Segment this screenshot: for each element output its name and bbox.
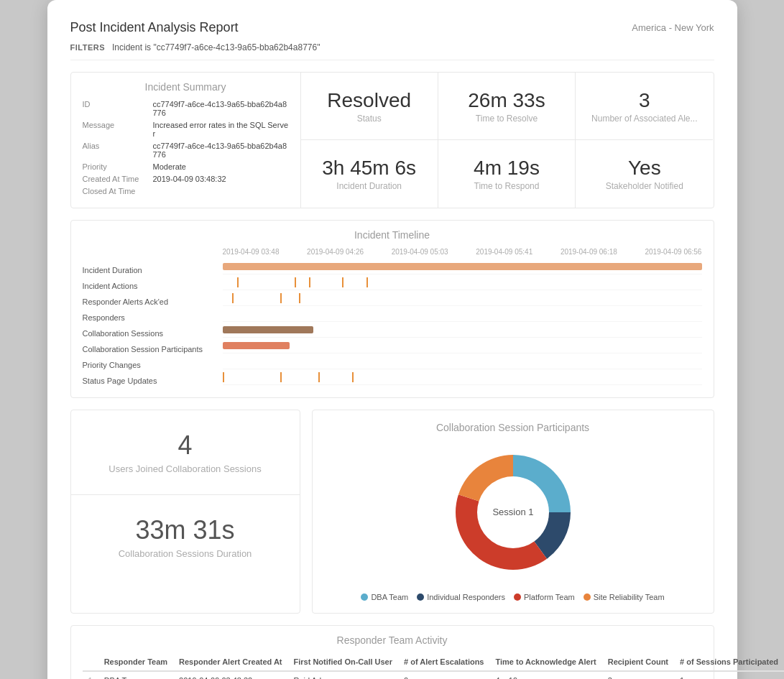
timeline-tick bbox=[299, 293, 300, 303]
legend-dot bbox=[514, 593, 521, 601]
summary-label: Priority bbox=[83, 162, 147, 171]
summary-row: MessageIncreased error rates in the SQL … bbox=[83, 121, 289, 138]
donut-title: Collaboration Session Participants bbox=[324, 422, 702, 433]
summary-value: Increased error rates in the SQL Server bbox=[153, 121, 289, 138]
timeline-chart: 2019-04-09 03:482019-04-09 04:262019-04-… bbox=[223, 248, 702, 389]
legend-label: DBA Team bbox=[371, 593, 408, 601]
stat-cell: ResolvedStatus bbox=[301, 73, 438, 140]
stats-grid: ResolvedStatus26m 33sTime to Resolve3Num… bbox=[301, 73, 714, 208]
stat-value: 3 bbox=[639, 89, 650, 112]
table-col-num bbox=[83, 653, 98, 671]
timeline-tick bbox=[342, 277, 343, 287]
timeline-tick bbox=[280, 372, 282, 382]
report-container: Post Incident Analysis Report America - … bbox=[47, 0, 737, 679]
collab-stat-value: 4 bbox=[83, 430, 288, 461]
created-cell: 2019-04-09 03:48:32 bbox=[173, 671, 287, 679]
legend-dot bbox=[417, 593, 424, 601]
timeline-row bbox=[223, 369, 702, 385]
legend-item: Site Reliability Team bbox=[584, 593, 665, 601]
timeline-axis-label: 2019-04-09 05:41 bbox=[476, 248, 532, 256]
report-title: Post Incident Analysis Report bbox=[70, 20, 239, 35]
timeline-row bbox=[223, 259, 702, 274]
row-num: 1 bbox=[83, 671, 98, 679]
collab-stats: 4Users Joined Collaboration Sessions33m … bbox=[70, 410, 300, 614]
summary-row: Created At Time2019-04-09 03:48:32 bbox=[83, 175, 289, 183]
timeline-title: Incident Timeline bbox=[83, 229, 702, 241]
timeline-bar bbox=[223, 342, 290, 349]
stat-cell: YesStakeholder Notified bbox=[576, 140, 713, 208]
stat-value: 4m 19s bbox=[474, 157, 540, 180]
table-row: 1 DBA Team 2019-04-09 03:48:32 Reid Adam… bbox=[83, 671, 784, 679]
report-timezone: America - New York bbox=[632, 22, 714, 33]
timeline-axis: 2019-04-09 03:482019-04-09 04:262019-04-… bbox=[223, 248, 702, 256]
filters-label: FILTERS bbox=[70, 43, 106, 52]
recipients-cell: 3 bbox=[602, 671, 674, 679]
timeline-row-label: Incident Actions bbox=[83, 278, 223, 294]
legend-item: DBA Team bbox=[361, 593, 408, 601]
timeline-tick bbox=[232, 293, 234, 303]
timeline-labels: Incident DurationIncident ActionsRespond… bbox=[83, 248, 223, 389]
stat-cell: 3h 45m 6sIncident Duration bbox=[301, 140, 438, 208]
summary-row: Closed At Time bbox=[83, 187, 289, 195]
incident-summary-heading: Incident Summary bbox=[83, 81, 289, 93]
stat-label: Status bbox=[357, 114, 382, 124]
summary-label: Created At Time bbox=[83, 175, 147, 183]
donut-section: Collaboration Session Participants Sessi… bbox=[312, 410, 714, 614]
timeline-tick bbox=[237, 277, 239, 287]
timeline-row-label: Incident Duration bbox=[83, 262, 223, 278]
stat-cell: 4m 19sTime to Respond bbox=[438, 140, 576, 208]
stat-value: 3h 45m 6s bbox=[322, 157, 416, 180]
timeline-tick bbox=[223, 372, 224, 382]
stat-cell: 3Number of Associated Ale... bbox=[576, 73, 713, 140]
timeline-axis-label: 2019-04-09 06:18 bbox=[561, 248, 617, 256]
stat-label: Stakeholder Notified bbox=[606, 181, 683, 191]
legend-item: Platform Team bbox=[514, 593, 575, 601]
timeline-row bbox=[223, 354, 702, 369]
timeline-row-label: Collaboration Session Participants bbox=[83, 341, 223, 357]
timeline-tick bbox=[366, 277, 368, 287]
timeline-row bbox=[223, 306, 702, 322]
donut-legend: DBA TeamIndividual RespondersPlatform Te… bbox=[324, 593, 702, 601]
bottom-section: 4Users Joined Collaboration Sessions33m … bbox=[70, 410, 714, 614]
summary-row: Aliascc7749f7-a6ce-4c13-9a65-bba62b4a877… bbox=[83, 142, 289, 159]
escalations-cell: 0 bbox=[398, 671, 489, 679]
collab-stat-value: 33m 31s bbox=[83, 515, 288, 545]
summary-value: cc7749f7-a6ce-4c13-9a65-bba62b4a8776 bbox=[153, 100, 289, 117]
table-col-header: First Notified On-Call User bbox=[288, 653, 399, 671]
donut-chart: Session 1 bbox=[441, 440, 585, 584]
timeline-axis-label: 2019-04-09 06:56 bbox=[645, 248, 701, 256]
timeline-row bbox=[223, 290, 702, 306]
summary-value: cc7749f7-a6ce-4c13-9a65-bba62b4a8776 bbox=[153, 142, 289, 159]
summary-label: Message bbox=[83, 121, 147, 129]
timeline-row bbox=[223, 274, 702, 290]
timeline-rows bbox=[223, 259, 702, 385]
stat-label: Time to Resolve bbox=[476, 114, 538, 124]
stat-value: Yes bbox=[628, 157, 661, 180]
donut-segment bbox=[456, 494, 547, 570]
donut-wrapper: Session 1 bbox=[324, 440, 702, 584]
timeline-row-label: Responders bbox=[83, 310, 223, 325]
filters-value: Incident is "cc7749f7-a6ce-4c13-9a65-bba… bbox=[112, 42, 320, 52]
timeline-row bbox=[223, 338, 702, 354]
timeline-axis-label: 2019-04-09 04:26 bbox=[307, 248, 364, 256]
timeline-row-label: Status Page Updates bbox=[83, 373, 223, 389]
summary-row: IDcc7749f7-a6ce-4c13-9a65-bba62b4a8776 bbox=[83, 100, 289, 117]
summary-label: Alias bbox=[83, 142, 147, 150]
table-col-header: # of Alert Escalations bbox=[398, 653, 489, 671]
timeline-tick bbox=[352, 372, 354, 382]
report-header: Post Incident Analysis Report America - … bbox=[70, 20, 714, 35]
timeline-axis-label: 2019-04-09 03:48 bbox=[223, 248, 280, 256]
table-section: Responder Team Activity Responder TeamRe… bbox=[70, 625, 714, 679]
table-col-header: Recipient Count bbox=[602, 653, 674, 671]
timeline-axis-label: 2019-04-09 05:03 bbox=[392, 248, 448, 256]
table-col-header: Responder Team bbox=[98, 653, 173, 671]
timeline-row-label: Priority Changes bbox=[83, 357, 223, 373]
responder-table: Responder TeamResponder Alert Created At… bbox=[83, 653, 784, 679]
legend-dot bbox=[584, 593, 591, 601]
timeline-tick bbox=[295, 277, 296, 287]
legend-item: Individual Responders bbox=[417, 593, 505, 601]
timeline-inner: Incident DurationIncident ActionsRespond… bbox=[83, 248, 702, 389]
timeline-bar bbox=[223, 263, 702, 270]
ack-time-cell: 4m 19s bbox=[490, 671, 602, 679]
legend-dot bbox=[361, 593, 368, 601]
